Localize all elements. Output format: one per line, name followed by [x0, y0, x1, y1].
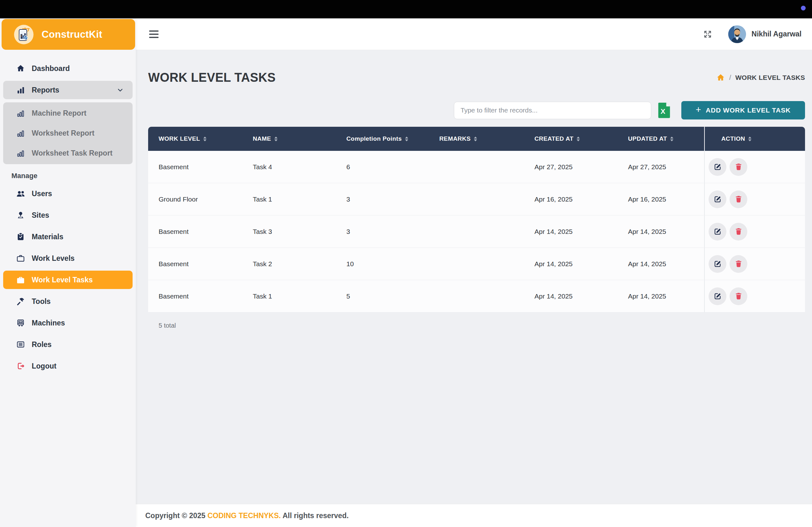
delete-button[interactable]: [729, 255, 747, 273]
bar-chart-icon: [16, 149, 25, 158]
cell-completion-points: 3: [346, 215, 439, 247]
sidebar-item-label: Users: [32, 190, 52, 198]
add-button-label: ADD WORK LEVEL TASK: [706, 106, 791, 114]
brand-name: ConstructKit: [42, 29, 102, 40]
cell-created-at: Apr 14, 2025: [535, 280, 628, 312]
filter-input[interactable]: [454, 102, 651, 119]
cell-name: Task 2: [253, 248, 346, 280]
cell-name: Task 1: [253, 280, 346, 312]
trash-icon: [734, 227, 743, 236]
cell-action: [704, 183, 805, 215]
expand-arrows-icon[interactable]: [702, 29, 713, 39]
sidebar-item-label: Sites: [32, 211, 49, 220]
edit-button[interactable]: [709, 158, 726, 176]
edit-button[interactable]: [709, 287, 726, 305]
sidebar-item-machine-report[interactable]: Machine Report: [3, 103, 133, 123]
column-header-work-level[interactable]: WORK LEVEL: [148, 127, 253, 151]
sidebar-item-reports[interactable]: Reports: [3, 81, 133, 99]
delete-button[interactable]: [729, 158, 747, 176]
column-header-created-at[interactable]: CREATED AT: [535, 127, 628, 151]
edit-icon: [713, 195, 722, 204]
sidebar-item-work-level-tasks[interactable]: Work Level Tasks: [3, 271, 133, 289]
sidebar-item-worksheet-report[interactable]: Worksheet Report: [3, 123, 133, 143]
sidebar-item-tools[interactable]: Tools: [3, 292, 133, 311]
cell-work-level: Ground Floor: [148, 183, 253, 215]
users-icon: [16, 189, 25, 198]
table-controls: X + ADD WORK LEVEL TASK: [148, 101, 805, 119]
clipboard-check-icon: [16, 232, 25, 241]
trash-icon: [734, 163, 743, 171]
sidebar-item-label: Worksheet Report: [32, 129, 95, 137]
work-level-tasks-table: WORK LEVEL NAME Completion Points REMARK…: [148, 127, 805, 329]
cell-remarks: [439, 151, 535, 183]
add-work-level-task-button[interactable]: + ADD WORK LEVEL TASK: [681, 101, 805, 119]
bar-chart-icon: [16, 85, 25, 95]
table-header-row: WORK LEVEL NAME Completion Points REMARK…: [148, 127, 805, 151]
plus-icon: +: [696, 105, 701, 115]
sidebar-item-dashboard[interactable]: Dashboard: [3, 59, 133, 78]
sort-icon: [577, 137, 580, 141]
column-header-updated-at[interactable]: UPDATED AT: [628, 127, 704, 151]
cell-created-at: Apr 16, 2025: [535, 183, 628, 215]
column-header-name[interactable]: NAME: [253, 127, 346, 151]
delete-button[interactable]: [729, 287, 747, 305]
sidebar-item-users[interactable]: Users: [3, 184, 133, 203]
constructkit-logo-icon: [14, 25, 34, 45]
cell-remarks: [439, 280, 535, 312]
user-name[interactable]: Nikhil Agarwal: [751, 30, 801, 38]
edit-button[interactable]: [709, 191, 726, 208]
company-link[interactable]: CODING TECHNYKS.: [207, 511, 281, 520]
notification-dot: [801, 6, 806, 11]
excel-export-icon[interactable]: X: [657, 102, 671, 119]
sidebar-item-materials[interactable]: Materials: [3, 227, 133, 246]
sidebar-item-worksheet-task-report[interactable]: Worksheet Task Report: [3, 143, 133, 163]
table-row: Basement Task 3 3 Apr 14, 2025 Apr 14, 2…: [148, 215, 805, 248]
chevron-down-icon: [116, 86, 124, 94]
table-row: Ground Floor Task 1 3 Apr 16, 2025 Apr 1…: [148, 183, 805, 215]
sidebar-item-label: Materials: [32, 232, 63, 241]
table-row: Basement Task 4 6 Apr 27, 2025 Apr 27, 2…: [148, 151, 805, 183]
user-photo: [728, 25, 746, 43]
column-header-remarks[interactable]: REMARKS: [439, 127, 535, 151]
sidebar: ConstructKit Dashboard Reports Machine R…: [0, 18, 136, 527]
column-header-completion-points[interactable]: Completion Points: [346, 127, 439, 151]
edit-button[interactable]: [709, 223, 726, 241]
cell-created-at: Apr 27, 2025: [535, 151, 628, 183]
sidebar-section-manage: Manage: [11, 172, 133, 180]
edit-icon: [713, 259, 722, 268]
menu-icon[interactable]: [149, 30, 159, 38]
table-total: 5 total: [148, 313, 805, 329]
delete-button[interactable]: [729, 223, 747, 241]
delete-button[interactable]: [729, 191, 747, 208]
column-header-action[interactable]: ACTION: [704, 127, 805, 151]
sidebar-item-label: Dashboard: [32, 64, 70, 73]
cell-action: [704, 151, 805, 183]
app-window: ConstructKit Dashboard Reports Machine R…: [0, 18, 812, 527]
avatar[interactable]: [728, 25, 746, 43]
sidebar-item-label: Worksheet Task Report: [32, 149, 113, 157]
cell-updated-at: Apr 16, 2025: [628, 183, 704, 215]
sidebar-item-roles[interactable]: Roles: [3, 335, 133, 353]
bar-chart-icon: [16, 109, 25, 118]
sidebar-item-label: Tools: [32, 297, 51, 306]
edit-button[interactable]: [709, 255, 726, 273]
sidebar-item-logout[interactable]: Logout: [3, 357, 133, 375]
sidebar-item-label: Work Levels: [32, 254, 74, 263]
sidebar-item-label: Reports: [32, 86, 59, 94]
sidebar-item-label: Work Level Tasks: [32, 276, 92, 284]
sidebar-item-sites[interactable]: Sites: [3, 206, 133, 224]
map-pin-icon: [16, 210, 25, 220]
list-icon: [16, 340, 25, 349]
home-icon: [16, 64, 25, 73]
footer: Copyright © 2025 CODING TECHNYKS. All ri…: [136, 504, 812, 527]
home-icon[interactable]: [716, 73, 725, 82]
sidebar-item-machines[interactable]: Machines: [3, 314, 133, 332]
edit-icon: [713, 292, 722, 300]
brand-header[interactable]: ConstructKit: [2, 19, 135, 50]
sidebar-item-work-levels[interactable]: Work Levels: [3, 249, 133, 268]
rights-text: All rights reserved.: [281, 511, 349, 520]
column-header-label: NAME: [253, 135, 271, 142]
page-title: WORK LEVEL TASKS: [148, 70, 276, 85]
cell-completion-points: 5: [346, 280, 439, 312]
sidebar-nav: Dashboard Reports Machine Report Workshe…: [0, 50, 136, 375]
